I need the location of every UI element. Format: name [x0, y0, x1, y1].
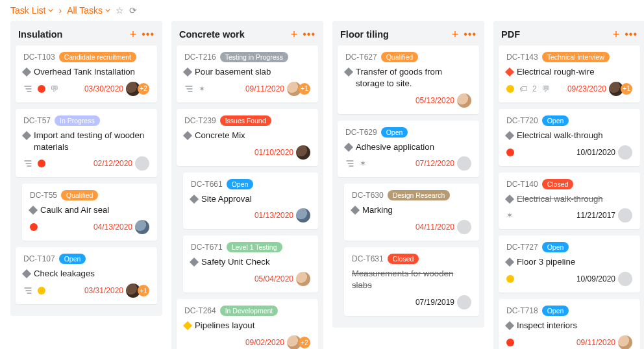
task-card[interactable]: DC-T630Design ResearchMarking04/11/2020: [344, 184, 479, 241]
add-card-button[interactable]: +: [291, 29, 298, 40]
task-id: DC-T103: [23, 53, 55, 62]
task-id: DC-T239: [184, 116, 216, 125]
avatar-overflow[interactable]: +2: [299, 337, 310, 348]
status-badge: Open: [542, 242, 569, 252]
breadcrumb-root[interactable]: Task List: [10, 5, 53, 16]
column-menu-button[interactable]: •••: [142, 29, 155, 40]
task-id: DC-T57: [23, 116, 51, 125]
avatar[interactable]: [135, 220, 149, 234]
task-title: Pour basement slab: [195, 66, 271, 78]
avatar[interactable]: [135, 156, 149, 171]
kanban-board: Insulation+•••DC-T103Candidate recruitme…: [0, 21, 644, 349]
avatar[interactable]: [296, 145, 310, 160]
add-card-button[interactable]: +: [613, 29, 620, 40]
type-icon: [29, 206, 38, 215]
priority-high-icon: [30, 223, 38, 231]
status-badge: Open: [542, 115, 569, 126]
avatar[interactable]: [457, 156, 471, 171]
column-title: Insulation: [18, 29, 62, 40]
type-icon: [183, 321, 192, 330]
avatar[interactable]: [618, 272, 632, 286]
task-title: Safety Unit Check: [201, 256, 270, 268]
task-card[interactable]: DC-T55QualifiedCaulk and Air seal04/13/2…: [22, 184, 157, 241]
task-card[interactable]: DC-T631ClosedMeasurements for wooden sla…: [344, 247, 479, 316]
task-card[interactable]: DC-T264In DevelopmentPipelines layout09/…: [177, 299, 318, 349]
add-card-button[interactable]: +: [452, 29, 459, 40]
priority-med-icon: [38, 287, 45, 295]
task-card[interactable]: DC-T720OpenElectrical walk-through10/01/…: [499, 109, 640, 166]
avatar[interactable]: [296, 272, 310, 286]
status-badge: Technical interview: [542, 52, 610, 62]
due-date: 04/13/2020: [93, 223, 132, 232]
due-date: 03/31/2020: [84, 286, 123, 295]
avatar[interactable]: [618, 208, 632, 223]
task-card[interactable]: DC-T629OpenAdhesive application✶07/12/20…: [338, 121, 479, 178]
column-menu-button[interactable]: •••: [464, 29, 477, 40]
subtasks-icon: [23, 287, 32, 295]
breadcrumb-separator: ›: [58, 5, 62, 16]
task-card[interactable]: DC-T661OpenSite Approval01/13/2020: [183, 173, 318, 230]
task-id: DC-T216: [184, 53, 216, 62]
avatar-overflow[interactable]: +2: [138, 83, 149, 95]
due-date: 09/23/2020: [567, 84, 606, 93]
task-card[interactable]: DC-T107OpenCheck leakages03/31/2020+1: [16, 247, 157, 304]
due-date: 05/13/2020: [415, 96, 454, 105]
task-card[interactable]: DC-T718OpenInspect interiors09/11/2020: [499, 299, 640, 349]
due-date: 01/10/2020: [254, 148, 293, 157]
task-title: Electrical walk-through: [517, 130, 603, 141]
type-icon: [190, 258, 199, 267]
task-card[interactable]: DC-T671Level 1 TestingSafety Unit Check0…: [183, 235, 318, 293]
avatar-overflow[interactable]: +1: [621, 83, 632, 95]
due-date: 03/30/2020: [84, 84, 123, 93]
avatar-overflow[interactable]: +1: [138, 285, 149, 296]
task-card[interactable]: DC-T727OpenFloor 3 pipeline10/09/2020: [499, 235, 640, 293]
avatar[interactable]: [457, 220, 471, 234]
task-id: DC-T264: [184, 306, 216, 315]
column: Concrete work+•••DC-T216Testing in Progr…: [171, 21, 323, 349]
column-menu-button[interactable]: •••: [625, 29, 638, 40]
task-title: Site Approval: [201, 193, 252, 205]
type-icon: [183, 131, 192, 140]
breadcrumb-current[interactable]: All Tasks: [67, 5, 110, 16]
task-id: DC-T671: [191, 243, 223, 252]
due-date: 01/13/2020: [254, 211, 293, 220]
type-icon: [22, 67, 31, 77]
avatar[interactable]: [457, 93, 471, 108]
refresh-icon[interactable]: ⟳: [129, 5, 137, 16]
priority-med-icon: [506, 275, 514, 283]
task-title: Overhead Tank Installation: [34, 66, 135, 78]
type-icon: [183, 67, 192, 77]
due-date: 07/12/2020: [415, 159, 454, 168]
task-card[interactable]: DC-T140ClosedElectrical walk-through✶11/…: [499, 173, 640, 230]
task-card[interactable]: DC-T216Testing in ProgressPour basement …: [177, 45, 318, 102]
tag-count: 2: [532, 84, 537, 93]
task-id: DC-T630: [352, 191, 384, 200]
status-badge: Qualified: [61, 190, 98, 200]
task-card[interactable]: DC-T627QualifiedTransfer of goods from s…: [338, 45, 479, 114]
task-title: Check leakages: [34, 268, 95, 280]
task-card[interactable]: DC-T239Issues FoundConcrete Mix01/10/202…: [177, 109, 318, 166]
tag-icon: 🏷︎: [519, 84, 527, 93]
column: Floor tiling+•••DC-T627QualifiedTransfer…: [332, 21, 484, 328]
column-menu-button[interactable]: •••: [303, 29, 316, 40]
task-card[interactable]: DC-T57In ProgressImport and testing of w…: [16, 109, 157, 178]
task-card[interactable]: DC-T103Candidate recruitmentOverhead Tan…: [16, 45, 157, 102]
column: Insulation+•••DC-T103Candidate recruitme…: [10, 21, 162, 316]
avatar-overflow[interactable]: +1: [299, 83, 310, 95]
column-title: Floor tiling: [340, 29, 389, 40]
comment-icon: 💬︎: [542, 84, 550, 93]
task-title: Import and testing of wooden materials: [34, 130, 149, 153]
avatar[interactable]: [296, 208, 310, 223]
task-card[interactable]: DC-T143Technical interviewElectrical rou…: [499, 45, 640, 102]
avatar[interactable]: [618, 335, 632, 349]
add-card-button[interactable]: +: [130, 29, 137, 40]
star-icon[interactable]: ☆: [116, 5, 124, 16]
comment-icon: 💬︎: [51, 84, 58, 93]
task-id: DC-T631: [352, 254, 384, 263]
column-title: Concrete work: [179, 29, 245, 40]
avatar[interactable]: [457, 295, 471, 309]
avatar[interactable]: [618, 145, 632, 160]
task-id: DC-T143: [506, 53, 538, 62]
task-title: Adhesive application: [356, 141, 434, 153]
type-icon: [22, 269, 31, 278]
